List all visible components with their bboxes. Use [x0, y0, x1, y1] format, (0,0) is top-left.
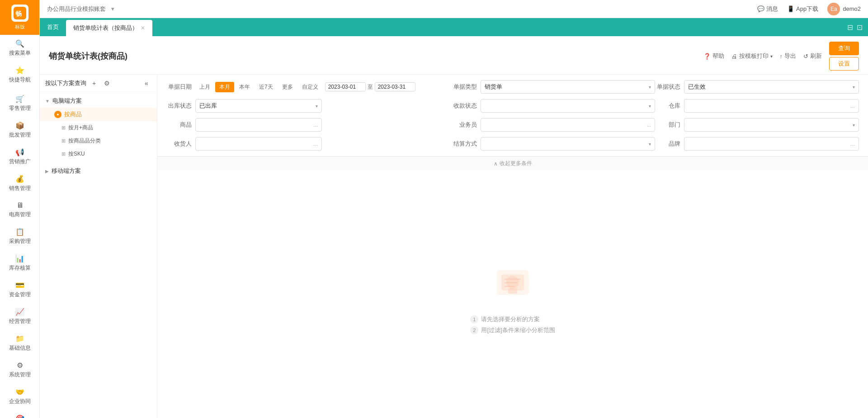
warehouse-label: 仓库	[655, 102, 680, 110]
collapse-panel-button[interactable]: «	[142, 78, 151, 88]
refresh-button[interactable]: ↺ 刷新	[803, 52, 822, 60]
export-label: 导出	[784, 52, 796, 60]
warehouse-select[interactable]: …	[684, 99, 859, 113]
filter-doc-status: 单据状态 已生效 ▾	[655, 80, 859, 94]
sub-icon: ⊞	[61, 151, 66, 157]
app-download-button[interactable]: 📱 App下载	[787, 5, 818, 13]
tab-minimize-icon[interactable]: ⊟	[847, 23, 853, 32]
setting-button[interactable]: 设置	[829, 57, 859, 71]
tab-close-icon[interactable]: ✕	[141, 25, 145, 31]
sidebar-item-label: 基础信息	[9, 344, 31, 352]
tree-section-mobile: ▶ 移动端方案	[40, 162, 157, 180]
date-tab-last-7-days[interactable]: 近7天	[255, 82, 277, 92]
body-layout: 按以下方案查询 + ⚙ « ▼ 电脑端方案	[40, 75, 868, 418]
warehouse-status-value: 已出库	[199, 102, 217, 110]
doc-status-arrow: ▾	[853, 85, 855, 90]
sidebar-item-label: 营销推广	[9, 158, 31, 166]
filter-area: 单据日期 上月 本月 本年 近7天 更多 自定义	[157, 75, 868, 157]
sidebar-item-label: 采购管理	[9, 238, 31, 245]
wholesale-icon: 📦	[15, 121, 24, 130]
sidebar-item-sales[interactable]: 💰 销售管理	[0, 170, 39, 197]
tree-sub-by-month-product[interactable]: ⊞ 按月+商品	[40, 121, 157, 134]
tree-mobile-parent[interactable]: ▶ 移动端方案	[40, 164, 157, 178]
export-icon: ↑	[780, 53, 783, 60]
sidebar-item-system[interactable]: ⚙ 系统管理	[0, 356, 39, 383]
sidebar-item-search-menu[interactable]: 🔍 搜索菜单	[0, 35, 39, 62]
sidebar-item-label: 销售管理	[9, 185, 31, 192]
tab-home[interactable]: 首页	[40, 18, 66, 36]
date-tab-this-month[interactable]: 本月	[215, 82, 234, 92]
tree-sub-by-sku[interactable]: ⊞ 按SKU	[40, 147, 157, 161]
date-tab-custom[interactable]: 自定义	[298, 82, 322, 92]
sidebar-item-ecommerce[interactable]: 🖥 电商管理	[0, 197, 39, 223]
receiver-select[interactable]: …	[195, 137, 322, 151]
user-menu[interactable]: Ea demo2	[827, 3, 861, 15]
settings-icon: ⚙	[104, 80, 110, 87]
scheme-settings-button[interactable]: ⚙	[102, 78, 112, 88]
department-select[interactable]: ▾	[684, 118, 859, 132]
brand-dots: …	[850, 142, 855, 147]
sidebar-item-wholesale[interactable]: 📦 批发管理	[0, 117, 39, 143]
sidebar-item-label: 快捷导航	[9, 76, 31, 84]
sidebar-item-retail[interactable]: 🛒 零售管理	[0, 90, 39, 117]
page-title: 销货单统计表(按商品)	[49, 51, 127, 62]
svg-rect-5	[508, 288, 517, 294]
doc-type-select[interactable]: 销货单 ▾	[481, 80, 656, 94]
sidebar-item-label: 搜索菜单	[9, 49, 31, 57]
sidebar-item-finance[interactable]: 💳 资金管理	[0, 276, 39, 303]
doc-status-select[interactable]: 已生效 ▾	[684, 80, 859, 94]
by-product-icon: ●	[54, 111, 61, 118]
collapse-bar[interactable]: ∧ 收起更多条件	[157, 157, 868, 170]
page-content: 销货单统计表(按商品) ❓ 帮助 🖨 按模板打印 ▾ ↑ 导出 ↺ 刷新	[40, 36, 868, 418]
refresh-icon: ↺	[803, 53, 808, 60]
tab-sales-stats[interactable]: 销货单统计表（按商品） ✕	[66, 20, 152, 36]
print-icon: 🖨	[731, 53, 737, 60]
newbie-icon: 🎯	[15, 414, 24, 418]
payment-status-select[interactable]: ▾	[481, 99, 656, 113]
sidebar-item-purchase[interactable]: 📋 采购管理	[0, 223, 39, 250]
product-select[interactable]: …	[195, 118, 322, 132]
date-to-input[interactable]	[375, 82, 415, 91]
warehouse-status-select[interactable]: 已出库 ▾	[195, 99, 322, 113]
sidebar-item-basic[interactable]: 📁 基础信息	[0, 330, 39, 356]
tab-expand-icon[interactable]: ⊡	[857, 23, 863, 32]
date-from-input[interactable]	[325, 82, 366, 91]
purchase-icon: 📋	[15, 228, 24, 236]
sidebar-item-label: 批发管理	[9, 131, 31, 139]
query-button[interactable]: 查询	[829, 42, 859, 55]
export-button[interactable]: ↑ 导出	[780, 52, 797, 60]
date-tab-last-month[interactable]: 上月	[195, 82, 214, 92]
page-header: 销货单统计表(按商品) ❓ 帮助 🖨 按模板打印 ▾ ↑ 导出 ↺ 刷新	[40, 36, 868, 75]
dropdown-arrow[interactable]: ▾	[111, 5, 114, 12]
sidebar-item-label: 库存核算	[9, 264, 31, 272]
sidebar-item-quick-nav[interactable]: ⭐ 快捷导航	[0, 62, 39, 88]
sidebar-item-marketing[interactable]: 📢 营销推广	[0, 143, 39, 170]
tree-pc-parent[interactable]: ▼ 电脑端方案	[40, 94, 157, 108]
add-scheme-button[interactable]: +	[89, 78, 99, 88]
message-button[interactable]: 💬 消息	[757, 5, 778, 13]
filter-department: 部门 ▾	[655, 118, 859, 132]
sidebar-item-operations[interactable]: 📈 经营管理	[0, 303, 39, 330]
industry-label: 办公用品行业模拟账套	[47, 5, 106, 13]
svg-text:畅: 畅	[15, 10, 22, 17]
salesperson-select[interactable]: …	[481, 118, 656, 132]
sidebar-item-newbie[interactable]: 🎯 新手引导	[0, 410, 39, 418]
sidebar-item-inventory[interactable]: 📊 库存核算	[0, 250, 39, 276]
print-button[interactable]: 🖨 按模板打印 ▾	[731, 52, 773, 60]
doc-type-arrow: ▾	[649, 85, 651, 90]
sidebar-item-enterprise[interactable]: 🤝 企业协同	[0, 383, 39, 410]
date-tab-more[interactable]: 更多	[278, 82, 297, 92]
filter-row-2: 出库状态 已出库 ▾ 收款状态 ▾	[166, 99, 859, 113]
brand-select[interactable]: …	[684, 137, 859, 151]
help-button[interactable]: ❓ 帮助	[703, 52, 724, 60]
system-icon: ⚙	[17, 361, 23, 370]
settlement-select[interactable]: ▾	[481, 137, 656, 151]
marketing-icon: 📢	[15, 148, 24, 157]
avatar-text: Ea	[830, 6, 837, 12]
help-icon: ❓	[703, 53, 711, 60]
tree-expand-icon: ▶	[45, 169, 49, 174]
tree-sub-by-category[interactable]: ⊞ 按商品品分类	[40, 134, 157, 147]
quick-nav-icon: ⭐	[15, 66, 24, 75]
date-tab-this-year[interactable]: 本年	[235, 82, 254, 92]
tree-child-by-product[interactable]: ● 按商品	[40, 108, 157, 121]
